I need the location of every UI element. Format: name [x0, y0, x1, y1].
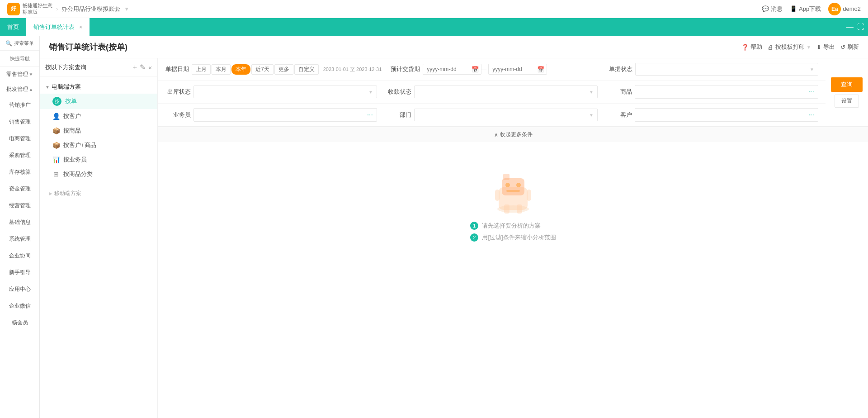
- expected-date-cal-icon[interactable]: 📅: [472, 66, 479, 73]
- tab-close-btn[interactable]: ×: [79, 24, 82, 30]
- filter-dept-label: 部门: [386, 111, 411, 119]
- refresh-btn[interactable]: ↺ 刷新: [840, 43, 859, 51]
- tree-item-by-product[interactable]: 📦 按商品: [40, 124, 157, 138]
- tree-section-mobile-header[interactable]: ▶ 移动端方案: [40, 187, 157, 200]
- empty-hints: 1 请先选择要分析的方案 2 用[过滤]条件来缩小分析范围: [470, 222, 556, 242]
- date-range-row: 2023-01-01 至 2023-12-31: [323, 66, 382, 73]
- sidebar-item-finance[interactable]: 资金管理: [0, 180, 39, 197]
- date-btn-this-year[interactable]: 本年: [231, 64, 250, 75]
- sidebar-quick-nav[interactable]: 快捷导航: [0, 51, 39, 67]
- doc-status-select[interactable]: ▼: [635, 63, 818, 76]
- app-download-btn[interactable]: 📱 App下载: [790, 5, 821, 13]
- sidebar-item-system[interactable]: 系统管理: [0, 231, 39, 247]
- sidebar-wholesale-arrow: ▲: [29, 87, 33, 92]
- filter-product: 商品 ···: [607, 85, 818, 99]
- sidebar-item-purchase[interactable]: 采购管理: [0, 147, 39, 164]
- svg-point-4: [516, 183, 521, 187]
- main-layout: 🔍 搜索菜单 快捷导航 零售管理 ▼ 批发管理 ▲ 营销推广 销售管理 电商管理…: [0, 36, 868, 418]
- sidebar-item-ecommerce[interactable]: 电商管理: [0, 130, 39, 147]
- tree-section-pc-header[interactable]: ▼ 电脑端方案: [40, 80, 157, 94]
- sidebar-item-operations[interactable]: 经营管理: [0, 197, 39, 214]
- sidebar-item-retail-label: 零售管理: [6, 71, 28, 78]
- breadcrumb-arrow[interactable]: ▼: [124, 6, 129, 12]
- sidebar-item-marketing[interactable]: 营销推广: [0, 97, 39, 114]
- expected-date-to-cal-icon[interactable]: 📅: [537, 66, 544, 73]
- dept-select[interactable]: ▼: [414, 109, 598, 121]
- collapse-panel-btn[interactable]: «: [148, 64, 152, 71]
- user-area[interactable]: Ea demo2: [828, 3, 861, 15]
- sidebar-search[interactable]: 🔍 搜索菜单: [0, 36, 39, 51]
- sidebar-item-newbie-label: 新手引导: [9, 269, 31, 276]
- sidebar-item-sales-label: 销售管理: [9, 118, 31, 126]
- message-btn[interactable]: 💬 消息: [762, 5, 783, 13]
- help-btn[interactable]: ❓ 帮助: [741, 43, 762, 51]
- print-btn[interactable]: 🖨 按模板打印 ▼: [768, 43, 811, 51]
- breadcrumb-separator: ›: [56, 5, 58, 12]
- filter-payment-label: 收款状态: [386, 88, 411, 96]
- add-scheme-btn[interactable]: +: [133, 63, 137, 71]
- sidebar-item-sales[interactable]: 销售管理: [0, 114, 39, 130]
- svg-point-3: [505, 183, 510, 187]
- tree-item-by-category[interactable]: ⊞ 按商品分类: [40, 167, 157, 181]
- expected-date-separator: —: [481, 66, 486, 73]
- date-btn-last-month[interactable]: 上月: [192, 64, 211, 75]
- sidebar-item-wholesale[interactable]: 批发管理 ▲: [0, 82, 39, 97]
- tree-item-by-staff[interactable]: 📊 按业务员: [40, 152, 157, 167]
- date-quick-btns: 上月 本月 本年 近7天 更多 自定义: [192, 64, 319, 75]
- tree-item-by-order[interactable]: 按 按单: [40, 94, 157, 109]
- collapse-bar[interactable]: ∧ 收起更多条件: [158, 127, 868, 142]
- payment-status-select[interactable]: ▼: [414, 86, 598, 98]
- sidebar-item-basic[interactable]: 基础信息: [0, 214, 39, 231]
- tab-sales-order[interactable]: 销售订单统计表 ×: [26, 18, 90, 36]
- sidebar-item-wechat[interactable]: 企业微信: [0, 298, 39, 314]
- filter-delivery-label: 出库状态: [165, 88, 191, 96]
- sidebar-item-enterprise[interactable]: 企业协同: [0, 247, 39, 264]
- query-btn[interactable]: 查询: [831, 77, 863, 92]
- filter-row-3: 业务员 ··· 部门 ▼: [158, 104, 826, 126]
- export-btn[interactable]: ⬇ 导出: [816, 43, 835, 51]
- tab-minimize-btn[interactable]: —: [846, 23, 854, 31]
- sidebar-item-marketing-label: 营销推广: [9, 101, 31, 109]
- svg-rect-8: [504, 204, 509, 214]
- top-bar: 好 畅捷通好生意 标准版 › 办公用品行业模拟账套 ▼ 💬 消息 📱 App下载…: [0, 0, 868, 18]
- customer-select[interactable]: ···: [635, 108, 818, 122]
- date-btn-custom[interactable]: 自定义: [294, 64, 319, 75]
- tab-maximize-btn[interactable]: ⛶: [857, 23, 864, 31]
- date-btn-this-month[interactable]: 本月: [212, 64, 231, 75]
- date-btn-more[interactable]: 更多: [274, 64, 293, 75]
- content-area: 销售订单统计表(按单) ❓ 帮助 🖨 按模板打印 ▼ ⬇ 导出 ↺ 刷新: [40, 36, 868, 418]
- date-btn-7days[interactable]: 近7天: [251, 64, 274, 75]
- filter-doc-status-label: 单据状态: [609, 65, 632, 73]
- sidebar-item-apps[interactable]: 应用中心: [0, 281, 39, 298]
- svg-rect-2: [502, 178, 524, 195]
- sidebar-item-member[interactable]: 畅会员: [0, 314, 39, 331]
- print-icon: 🖨: [768, 44, 774, 51]
- delivery-status-select[interactable]: ▼: [193, 86, 377, 98]
- product-select[interactable]: ···: [635, 85, 818, 99]
- query-btns-area: 查询 设置: [826, 58, 868, 126]
- filter-delivery-status: 出库状态 ▼: [165, 86, 377, 98]
- filter-row-2: 出库状态 ▼ 收款状态: [158, 81, 826, 104]
- sidebar-search-text[interactable]: 🔍 搜索菜单: [5, 40, 34, 47]
- sidebar-item-system-label: 系统管理: [9, 235, 31, 243]
- filter-doc-status: 单据状态 ▼: [609, 63, 818, 76]
- sidebar-item-retail[interactable]: 零售管理 ▼: [0, 67, 39, 82]
- robot-svg: [486, 169, 540, 214]
- filter-staff: 业务员 ···: [165, 108, 377, 122]
- left-panel-title: 按以下方案查询: [45, 63, 130, 71]
- tab-home[interactable]: 首页: [0, 18, 26, 36]
- sidebar-item-newbie[interactable]: 新手引导: [0, 264, 39, 281]
- svg-rect-10: [503, 174, 509, 180]
- tab-bar-actions: — ⛶: [846, 23, 868, 31]
- sidebar-quick-nav-text[interactable]: 快捷导航: [0, 52, 39, 65]
- tree-item-by-customer[interactable]: 👤 按客户: [40, 109, 157, 124]
- staff-select[interactable]: ···: [193, 108, 377, 122]
- dept-arrow: ▼: [589, 113, 594, 118]
- sidebar-item-inventory[interactable]: 库存核算: [0, 164, 39, 180]
- filter-customer: 客户 ···: [607, 108, 818, 122]
- export-icon: ⬇: [816, 44, 821, 51]
- settings-btn[interactable]: 设置: [835, 95, 859, 108]
- tree-item-by-customer-product[interactable]: 📦 按客户+商品: [40, 138, 157, 152]
- edit-scheme-btn[interactable]: ✎: [140, 63, 146, 71]
- right-wrapper: 单据日期 上月 本月 本年 近7天 更多 自定义: [158, 58, 868, 418]
